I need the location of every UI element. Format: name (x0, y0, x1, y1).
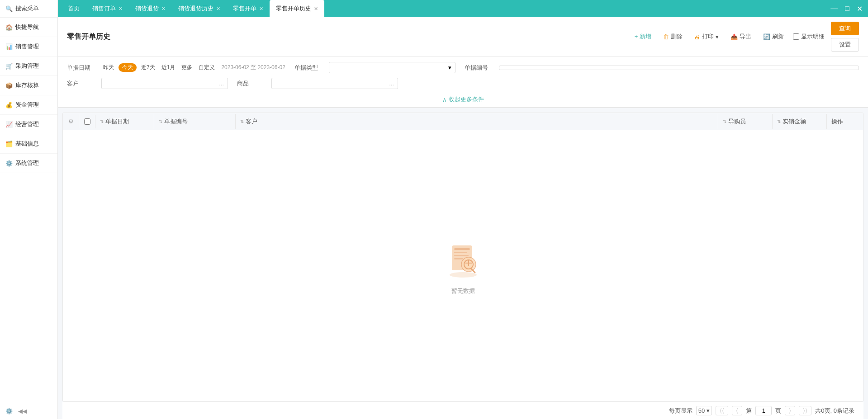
empty-illustration (441, 236, 486, 282)
delete-button[interactable]: 🗑 删除 (660, 31, 685, 42)
tab-retail-open-history-close[interactable]: ✕ (314, 6, 318, 12)
select-all-checkbox[interactable] (84, 118, 90, 125)
sidebar-item-base-info[interactable]: 🗂️ 基础信息 (0, 134, 57, 154)
settings-button[interactable]: 设置 (831, 38, 859, 52)
query-button[interactable]: 查询 (831, 22, 859, 35)
date-option-7days[interactable]: 近7天 (139, 63, 157, 72)
tab-retail-open[interactable]: 零售开单 ✕ (227, 0, 270, 17)
first-page-button[interactable]: ⟨⟨ (716, 406, 728, 415)
th-guide[interactable]: ⇅ 导购员 (718, 114, 773, 129)
total-label: 共0页, 0条记录 (815, 407, 854, 415)
date-range: 2023-06-02 至 2023-06-02 (221, 64, 285, 71)
collapse-bar[interactable]: ∧ 收起更多条件 (67, 94, 859, 104)
sort-icon-customer: ⇅ (240, 119, 244, 124)
date-option-custom[interactable]: 自定义 (197, 63, 217, 72)
refresh-button-label: 刷新 (772, 33, 784, 41)
page-content: 零售开单历史 + 新增 🗑 删除 🖨 打印 ▾ 📤 导出 (58, 17, 868, 419)
svg-rect-5 (454, 258, 463, 259)
sidebar-item-finance[interactable]: 💰 资金管理 (0, 95, 57, 115)
refresh-button[interactable]: 🔄 刷新 (760, 31, 787, 42)
tab-retail-open-close[interactable]: ✕ (259, 6, 263, 12)
settings-icon[interactable]: ⚙️ (5, 408, 13, 414)
date-option-today[interactable]: 今天 (119, 63, 137, 72)
window-close-icon[interactable]: ✕ (855, 4, 864, 14)
collapse-sidebar-icon[interactable]: ◀◀ (18, 408, 27, 414)
money-icon: 💰 (5, 102, 13, 108)
print-button-label: 打印 (702, 33, 714, 41)
export-button[interactable]: 📤 导出 (728, 31, 754, 42)
bill-no-label: 单据编号 (465, 64, 490, 72)
per-page-value: 50 (698, 407, 705, 414)
tab-home[interactable]: 首页 (62, 0, 86, 17)
th-date[interactable]: ⇅ 单据日期 (95, 114, 154, 129)
bill-type-dropdown-icon: ▾ (448, 64, 451, 71)
date-option-1month[interactable]: 近1月 (160, 63, 177, 72)
query-settings-col: 查询 设置 (831, 22, 859, 52)
sidebar-item-sys-mgmt-label: 系统管理 (15, 159, 39, 167)
tab-sales-return-history-close[interactable]: ✕ (216, 6, 220, 12)
chart-icon: 📊 (5, 43, 13, 50)
th-amount[interactable]: ⇅ 实销金额 (773, 114, 827, 129)
add-button-label: + 新增 (635, 33, 651, 41)
sidebar-item-base-info-label: 基础信息 (15, 140, 39, 148)
display-detail-checkbox[interactable] (793, 33, 799, 40)
goods-dots: ... (389, 80, 394, 87)
print-button[interactable]: 🖨 打印 ▾ (692, 31, 721, 42)
sidebar-item-finance-label: 资金管理 (15, 101, 39, 109)
cart-icon: 🛒 (5, 63, 13, 70)
tab-sales-return-close[interactable]: ✕ (161, 6, 166, 12)
date-label: 单据日期 (67, 64, 92, 72)
sidebar-item-quick-nav[interactable]: 🏠 快捷导航 (0, 18, 57, 37)
bill-type-select[interactable]: ▾ (329, 62, 455, 73)
svg-rect-4 (454, 255, 469, 256)
next-page-button[interactable]: ⟩ (785, 406, 795, 415)
bar-icon: 📈 (5, 121, 13, 128)
table-select-all[interactable] (79, 115, 95, 128)
tab-bar: 首页 销售订单 ✕ 销货退货 ✕ 销货退货历史 ✕ 零售开单 ✕ 零售开单历史 … (58, 0, 868, 17)
sort-icon-bill-no: ⇅ (159, 119, 162, 124)
gear-icon: ⚙️ (5, 160, 13, 167)
tab-retail-open-label: 零售开单 (233, 5, 256, 13)
sidebar: 🔍 搜索采单 🏠 快捷导航 📊 销售管理 🛒 采购管理 📦 库存核算 💰 资金管… (0, 0, 58, 419)
pagination: 每页显示 50 ▾ ⟨⟨ ⟨ 第 1 页 ⟩ ⟩⟩ 共0页, 0条记录 (62, 402, 863, 419)
sidebar-item-operation[interactable]: 📈 经营管理 (0, 115, 57, 134)
sidebar-item-inventory[interactable]: 📦 库存核算 (0, 76, 57, 95)
th-customer[interactable]: ⇅ 客户 (236, 114, 718, 129)
sidebar-search[interactable]: 🔍 搜索采单 (0, 0, 57, 18)
th-bill-no[interactable]: ⇅ 单据编号 (154, 114, 236, 129)
bill-no-input[interactable] (499, 66, 859, 70)
tab-sales-order[interactable]: 销售订单 ✕ (86, 0, 129, 17)
sort-icon-guide: ⇅ (723, 119, 726, 124)
empty-text: 暂无数据 (451, 287, 475, 295)
window-minimize-icon[interactable]: — (829, 4, 840, 14)
goods-input[interactable]: ... (271, 78, 398, 89)
per-page-select[interactable]: 50 ▾ (696, 406, 712, 415)
svg-point-0 (450, 272, 477, 278)
prev-page-button[interactable]: ⟨ (732, 406, 742, 415)
current-page-input[interactable]: 1 (755, 406, 772, 415)
date-option-more[interactable]: 更多 (180, 63, 194, 72)
tab-retail-open-history[interactable]: 零售开单历史 ✕ (270, 0, 324, 17)
sort-icon-amount: ⇅ (777, 119, 781, 124)
print-dropdown-icon[interactable]: ▾ (716, 33, 719, 40)
filter-row-2: 客户 ... 商品 ... (67, 78, 859, 89)
display-detail-checkbox-wrap[interactable]: 显示明细 (793, 33, 825, 41)
add-button[interactable]: + 新增 (632, 31, 654, 42)
collapse-label: 收起更多条件 (449, 95, 484, 104)
sidebar-item-purchase-mgmt[interactable]: 🛒 采购管理 (0, 56, 57, 76)
window-maximize-icon[interactable]: □ (843, 4, 851, 14)
table-settings-icon[interactable]: ⚙ (63, 114, 79, 128)
refresh-icon: 🔄 (763, 33, 770, 40)
customer-input[interactable]: ... (101, 78, 228, 89)
sidebar-item-sys-mgmt[interactable]: ⚙️ 系统管理 (0, 154, 57, 173)
sidebar-item-sales-mgmt[interactable]: 📊 销售管理 (0, 37, 57, 56)
last-page-button[interactable]: ⟩⟩ (799, 406, 811, 415)
sidebar-item-operation-label: 经营管理 (15, 120, 39, 128)
table-header: ⚙ ⇅ 单据日期 ⇅ 单据编号 ⇅ 客户 ⇅ 导购员 (63, 113, 863, 130)
tab-sales-return-history[interactable]: 销货退货历史 ✕ (172, 0, 227, 17)
th-amount-label: 实销金额 (783, 118, 806, 126)
tab-sales-return[interactable]: 销货退货 ✕ (129, 0, 172, 17)
tab-sales-order-close[interactable]: ✕ (119, 6, 123, 12)
date-option-yesterday[interactable]: 昨天 (101, 63, 116, 72)
th-bill-no-label: 单据编号 (164, 118, 188, 126)
